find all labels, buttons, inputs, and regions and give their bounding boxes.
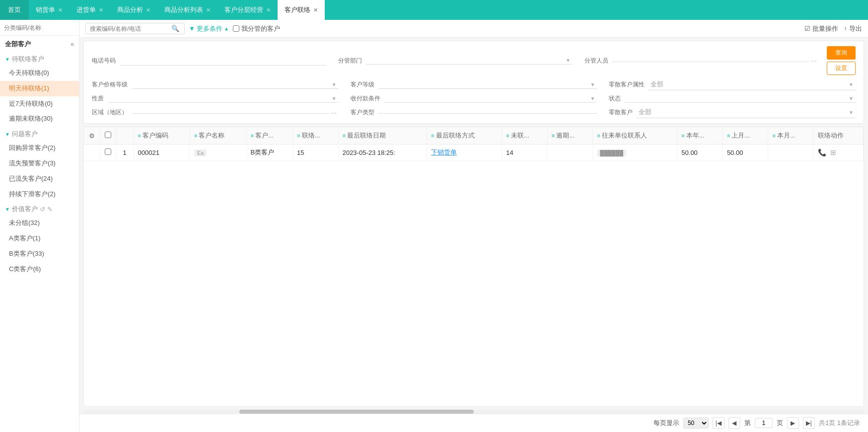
- nav-customer-contact[interactable]: 客户联络 ✕: [278, 0, 325, 20]
- col-type[interactable]: ≡客户...: [246, 127, 293, 144]
- dept-select[interactable]: ▼: [366, 57, 573, 65]
- close-icon[interactable]: ✕: [58, 7, 63, 13]
- batch-operation-button[interactable]: ☑ 批量操作: [804, 24, 838, 33]
- col-settings[interactable]: ⚙: [84, 127, 100, 144]
- col-last-contact-date[interactable]: ≡最后联络日期: [338, 127, 427, 144]
- my-customer-checkbox[interactable]: [233, 25, 239, 32]
- query-button[interactable]: 查询: [827, 46, 856, 60]
- row-name[interactable]: Ea: [190, 144, 247, 161]
- col-this-month[interactable]: ≡本月...: [768, 127, 814, 144]
- sidebar: 🔍 全部客户 « ▼ 待联络客户 今天待联络(0) 明天待联络(1) 近7天待联…: [0, 20, 79, 432]
- filter-retail-customer: 零散客户 全部 ▼: [609, 107, 856, 118]
- col-checkbox[interactable]: [100, 127, 116, 144]
- sidebar-item-a-type[interactable]: A类客户(1): [0, 231, 79, 246]
- export-button[interactable]: ↑ 导出: [844, 24, 863, 33]
- sidebar-item-today-contact[interactable]: 今天待联络(0): [0, 66, 79, 81]
- col-num: [116, 127, 134, 144]
- sidebar-item-ungrouped[interactable]: 未分组(32): [0, 216, 79, 231]
- sidebar-item-week-contact[interactable]: 近7天待联络(0): [0, 96, 79, 112]
- phone-action-icon[interactable]: 📞: [818, 148, 826, 156]
- region-select[interactable]: [132, 111, 329, 114]
- toolbar: 🔍 ▼ 更多条件 ▲ 我分管的客户 ☑ 批量操作 ↑ 导出: [79, 20, 868, 38]
- row-select-checkbox[interactable]: [105, 148, 111, 155]
- filter-payment: 收付款条件 ▼: [351, 94, 597, 103]
- nav-home[interactable]: 首页: [0, 0, 29, 20]
- reset-button[interactable]: 设置: [827, 62, 856, 75]
- close-icon[interactable]: ✕: [146, 7, 150, 13]
- customer-type-select[interactable]: [378, 111, 597, 114]
- col-this-year[interactable]: ≡本年...: [677, 127, 723, 144]
- filter-actions: 查询 设置: [827, 46, 856, 75]
- col-contact[interactable]: ≡联络...: [293, 127, 339, 144]
- toolbar-search-box: 🔍: [85, 23, 185, 34]
- col-name[interactable]: ≡客户名称: [190, 127, 247, 144]
- sidebar-search-input[interactable]: [4, 24, 78, 31]
- close-icon[interactable]: ✕: [313, 7, 318, 13]
- sidebar-search-area: 🔍: [0, 20, 79, 36]
- filter-row-1: 电话号码 分管部门 ▼ 分管人员 ···: [92, 46, 856, 75]
- customer-level-select[interactable]: ▼: [378, 81, 597, 89]
- nav-product-analysis[interactable]: 商品分析 ✕: [110, 0, 157, 20]
- col-unit-contact[interactable]: ≡往来单位联系人: [593, 127, 677, 144]
- nav-customer-segment[interactable]: 客户分层经营 ✕: [217, 0, 278, 20]
- close-icon[interactable]: ✕: [99, 7, 103, 13]
- nav-purchase[interactable]: 进货单 ✕: [70, 0, 110, 20]
- sidebar-item-repurchase-abnormal[interactable]: 回购异常客户(2): [0, 141, 79, 156]
- retail-attr-select[interactable]: 全部 ▼: [649, 79, 856, 90]
- prev-page-button[interactable]: ◀: [728, 417, 740, 429]
- collapse-icon[interactable]: «: [71, 41, 74, 48]
- col-last-contact-method[interactable]: ≡最后联络方式: [427, 127, 502, 144]
- col-code[interactable]: ≡客户编码: [134, 127, 190, 144]
- sidebar-item-continuous-decline[interactable]: 持续下滑客户(2): [0, 187, 79, 202]
- dots-icon[interactable]: ···: [329, 109, 339, 117]
- payment-select[interactable]: ▼: [384, 95, 597, 103]
- select-all-checkbox[interactable]: [105, 132, 111, 138]
- edit-icon[interactable]: ✎: [47, 206, 53, 213]
- dots-icon[interactable]: ···: [809, 57, 819, 65]
- sidebar-item-lost-risk[interactable]: 流失预警客户(3): [0, 156, 79, 171]
- sidebar-item-lost[interactable]: 已流失客户(24): [0, 171, 79, 187]
- close-icon[interactable]: ✕: [206, 7, 211, 13]
- row-last-contact-method[interactable]: 下销货单: [427, 144, 502, 161]
- sidebar-item-tomorrow-contact[interactable]: 明天待联络(1): [0, 81, 79, 96]
- content-area: 🔍 ▼ 更多条件 ▲ 我分管的客户 ☑ 批量操作 ↑ 导出: [79, 20, 868, 432]
- phone-input[interactable]: [120, 56, 326, 66]
- search-icon[interactable]: 🔍: [171, 25, 179, 32]
- col-overdue[interactable]: ≡逾期...: [547, 127, 593, 144]
- status-select[interactable]: ▼: [625, 95, 856, 103]
- refresh-icon[interactable]: ↺: [40, 206, 45, 213]
- col-un-contact[interactable]: ≡未联...: [502, 127, 548, 144]
- last-page-button[interactable]: ▶|: [803, 417, 815, 429]
- sidebar-item-c-type[interactable]: C类客户(6): [0, 262, 79, 277]
- page-suffix: 页: [777, 419, 783, 428]
- nav-product-analysis-list[interactable]: 商品分析列表 ✕: [157, 0, 217, 20]
- sidebar-item-overdue-contact[interactable]: 逾期未联络(30): [0, 111, 79, 127]
- row-overdue: [547, 144, 593, 161]
- price-level-select[interactable]: ▼: [132, 81, 339, 89]
- nav-sales[interactable]: 销货单 ✕: [29, 0, 70, 20]
- filter-row-4: 区域（地区） ··· 客户类型 零散客户 全部: [92, 107, 856, 118]
- filter-region: 区域（地区） ···: [92, 108, 339, 117]
- horizontal-scrollbar[interactable]: [83, 410, 864, 414]
- my-customer-checkbox-label[interactable]: 我分管的客户: [233, 24, 280, 33]
- col-last-month[interactable]: ≡上月...: [723, 127, 768, 144]
- chevron-down-icon: ▼: [332, 82, 337, 87]
- more-filter-button[interactable]: ▼ 更多条件 ▲: [189, 24, 229, 33]
- total-records: 共1页 1条记录: [819, 419, 860, 428]
- scrollbar-thumb[interactable]: [239, 410, 474, 414]
- sidebar-item-b-type[interactable]: B类客户(33): [0, 246, 79, 262]
- nature-select[interactable]: ▼: [108, 95, 339, 103]
- first-page-button[interactable]: |◀: [713, 417, 724, 429]
- per-page-select[interactable]: 50 100 200: [683, 418, 709, 429]
- manager-select[interactable]: [612, 60, 809, 62]
- close-icon[interactable]: ✕: [266, 7, 271, 13]
- retail-customer-select[interactable]: 全部 ▼: [637, 107, 856, 118]
- group-problem-customer: ▼ 问题客户: [0, 127, 79, 141]
- grid-action-icon[interactable]: ⊞: [830, 148, 836, 156]
- next-page-button[interactable]: ▶: [787, 417, 799, 429]
- row-checkbox[interactable]: [100, 144, 116, 161]
- filter-nature: 性质 ▼: [92, 94, 339, 103]
- page-label: 第: [744, 419, 751, 428]
- search-input[interactable]: [90, 25, 169, 32]
- page-number-input[interactable]: [755, 418, 773, 428]
